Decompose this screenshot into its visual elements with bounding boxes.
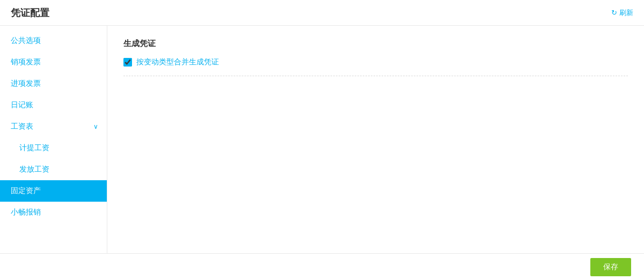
refresh-label: 刷新 [619, 8, 633, 18]
refresh-icon: ↻ [611, 9, 617, 17]
sidebar-item-journal[interactable]: 日记账 [0, 94, 107, 116]
sidebar-item-label: 公共选项 [11, 36, 41, 46]
page-title: 凭证配置 [11, 6, 49, 19]
save-button[interactable]: 保存 [590, 258, 631, 276]
sidebar-item-payroll-table[interactable]: 工资表 ∨ [0, 116, 107, 137]
sidebar-item-public-options[interactable]: 公共选项 [0, 30, 107, 51]
section-divider [123, 76, 628, 76]
content-area: 生成凭证 按变动类型合并生成凭证 [107, 26, 644, 253]
sidebar-item-issue-salary[interactable]: 发放工资 [0, 159, 107, 180]
sidebar-item-purchase-invoice[interactable]: 进项发票 [0, 73, 107, 94]
sidebar-item-label: 发放工资 [19, 165, 49, 174]
sidebar-item-label: 进项发票 [11, 79, 41, 89]
refresh-button[interactable]: ↻ 刷新 [611, 8, 633, 18]
page-footer: 保存 [0, 253, 644, 280]
merge-voucher-row: 按变动类型合并生成凭证 [123, 57, 628, 67]
sidebar-item-label: 小畅报销 [11, 208, 41, 217]
sidebar-item-label: 销项发票 [11, 57, 41, 67]
sidebar-item-label: 工资表 [11, 122, 33, 131]
sidebar-item-label: 计提工资 [19, 143, 49, 153]
merge-voucher-checkbox[interactable] [123, 58, 132, 67]
sidebar-item-expense-report[interactable]: 小畅报销 [0, 202, 107, 223]
merge-voucher-label[interactable]: 按变动类型合并生成凭证 [136, 57, 219, 67]
main-layout: 公共选项 销项发票 进项发票 日记账 工资表 ∨ 计提工资 发放工资 固定资产 … [0, 26, 644, 253]
sidebar-item-sales-invoice[interactable]: 销项发票 [0, 51, 107, 73]
sidebar-item-label: 固定资产 [11, 186, 41, 196]
page-header: 凭证配置 ↻ 刷新 [0, 0, 644, 26]
sidebar-item-calc-salary[interactable]: 计提工资 [0, 137, 107, 159]
sidebar-item-fixed-assets[interactable]: 固定资产 [0, 180, 107, 202]
sidebar: 公共选项 销项发票 进项发票 日记账 工资表 ∨ 计提工资 发放工资 固定资产 … [0, 26, 107, 253]
sidebar-item-label: 日记账 [11, 100, 33, 110]
chevron-down-icon: ∨ [93, 123, 98, 130]
section-title: 生成凭证 [123, 39, 628, 49]
